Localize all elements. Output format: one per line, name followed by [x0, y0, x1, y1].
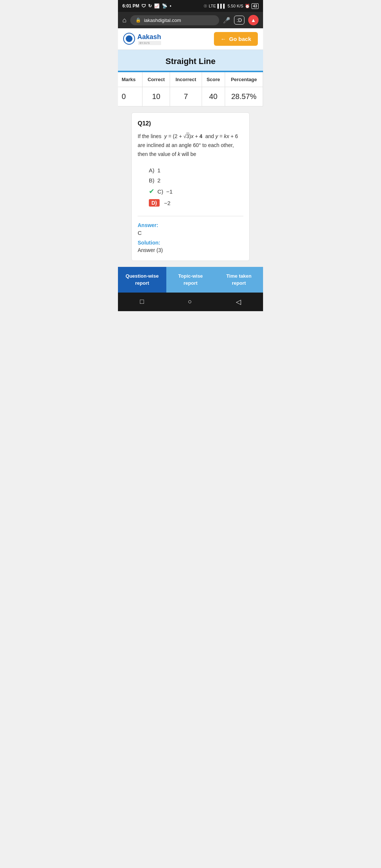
tab-question-wise[interactable]: Question-wisereport: [118, 267, 166, 292]
status-cast: 📡: [162, 3, 167, 9]
d-button[interactable]: :D: [234, 16, 244, 25]
tab-time-taken-label: Time takenreport: [226, 273, 252, 285]
option-a-label: A): [149, 167, 154, 173]
status-alarm: ⏰: [245, 4, 250, 9]
tab-topic-wise[interactable]: Topic-wisereport: [166, 267, 215, 292]
logo-area: Aakash BYJU'S: [123, 33, 161, 45]
option-b[interactable]: B) 2: [149, 175, 243, 185]
title-section: Straight Line: [118, 50, 263, 72]
status-speed: 5.50 K/S: [228, 4, 243, 8]
option-d[interactable]: D) −2: [149, 197, 243, 208]
logo-byju: BYJU'S: [138, 41, 161, 45]
col-correct: Correct: [143, 72, 170, 87]
logo-inner: [126, 35, 132, 42]
back-arrow-icon: ←: [221, 36, 226, 42]
score-row: 0 10 7 40 28.57%: [118, 87, 263, 106]
col-incorrect: Incorrect: [170, 72, 202, 87]
status-sync: ↻: [148, 3, 152, 9]
android-home-button[interactable]: ○: [180, 296, 199, 307]
col-percentage: Percentage: [225, 72, 263, 87]
solution-text: Answer (3): [138, 247, 243, 253]
question-card-wrapper: ❮ Q12) If the lines y = (2 + √3)x + 4 an…: [118, 112, 263, 261]
android-recent-button[interactable]: □: [132, 296, 151, 307]
col-marks: Marks: [118, 72, 143, 87]
status-bars: ▌▌▌: [217, 4, 226, 8]
lock-icon: 🔒: [135, 17, 141, 23]
home-button[interactable]: ⌂: [122, 16, 127, 24]
status-signal: ☉: [204, 4, 207, 9]
status-bar: 6:01 PM 🛡 ↻ 📈 📡 • ☉ LTE ▌▌▌ 5.50 K/S ⏰ 4…: [118, 0, 263, 12]
question-card: Q12) If the lines y = (2 + √3)x + 4 and …: [131, 112, 250, 261]
bottom-tabs: Question-wisereport Topic-wisereport Tim…: [118, 267, 263, 292]
option-b-label: B): [149, 177, 154, 184]
option-c-value: −1: [166, 188, 173, 195]
app-header: Aakash BYJU'S ← Go back: [118, 28, 263, 50]
option-c-label: C): [157, 188, 163, 195]
android-nav-bar: □ ○ ◁: [118, 293, 263, 311]
option-d-value: −2: [163, 200, 170, 206]
status-4g: LTE: [209, 4, 216, 8]
val-percentage: 28.57%: [225, 87, 263, 106]
logo-text: Aakash: [137, 33, 161, 41]
option-c[interactable]: ✔ C) −1: [149, 185, 243, 197]
upload-button[interactable]: ▲: [248, 15, 259, 25]
scores-table: Marks Correct Incorrect Score Percentage…: [118, 72, 263, 106]
val-score: 40: [202, 87, 225, 106]
status-time: 6:01 PM: [122, 3, 139, 9]
option-b-value: 2: [157, 177, 160, 184]
val-correct: 10: [143, 87, 170, 106]
microphone-button[interactable]: 🎤: [223, 17, 230, 24]
option-a[interactable]: A) 1: [149, 165, 243, 175]
go-back-button[interactable]: ← Go back: [214, 32, 258, 46]
option-a-value: 1: [157, 167, 160, 173]
status-chart: 📈: [154, 3, 160, 9]
val-marks: 0: [118, 87, 143, 106]
go-back-label: Go back: [229, 36, 251, 42]
logo-circle: [123, 33, 135, 45]
wrong-selected-label: D): [149, 199, 160, 207]
browser-bar: ⌂ 🔒 iakashdigital.com 🎤 :D ▲: [118, 12, 263, 28]
page-title: Straight Line: [118, 57, 263, 66]
battery-icon: 43: [252, 3, 259, 9]
answer-label: Answer:: [138, 222, 243, 228]
status-dot: •: [170, 3, 171, 9]
url-bar[interactable]: 🔒 iakashdigital.com: [130, 15, 219, 25]
android-back-button[interactable]: ◁: [228, 296, 249, 307]
question-number: Q12): [138, 120, 243, 127]
solution-label: Solution:: [138, 240, 243, 246]
answer-value: C: [138, 230, 243, 236]
status-shield: 🛡: [141, 3, 146, 9]
tab-time-taken[interactable]: Time takenreport: [215, 267, 263, 292]
url-text: iakashdigital.com: [144, 17, 181, 23]
options-list: A) 1 B) 2 ✔ C) −1 D) −2: [149, 165, 243, 208]
col-score: Score: [202, 72, 225, 87]
tab-question-wise-label: Question-wisereport: [126, 273, 159, 285]
answer-section: Answer: C Solution: Answer (3): [138, 216, 243, 253]
tab-topic-wise-label: Topic-wisereport: [178, 273, 203, 285]
correct-checkmark-icon: ✔: [149, 187, 154, 195]
question-text: If the lines y = (2 + √3)x + 4 and y = k…: [138, 132, 243, 159]
val-incorrect: 7: [170, 87, 202, 106]
